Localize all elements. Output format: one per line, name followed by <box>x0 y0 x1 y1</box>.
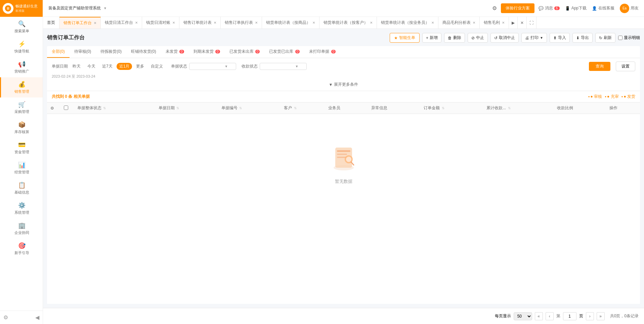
smart-create-button[interactable]: ★ 智能生单 <box>390 33 420 43</box>
prev-page-button[interactable]: ‹ <box>546 312 554 320</box>
sidebar-item-inventory[interactable]: 📦 库存核算 <box>0 118 43 138</box>
tab-gross-margin[interactable]: 商品毛利分析表 ✕ <box>438 17 480 29</box>
show-detail-toggle[interactable]: 显示明细 <box>618 35 640 41</box>
tab-cash-daily[interactable]: 钱货日清工作台 ✕ <box>101 17 142 29</box>
set-button[interactable]: 设置 <box>616 62 635 71</box>
sidebar-item-enterprise[interactable]: 🏢 企业协同 <box>0 218 43 239</box>
col-settings[interactable]: ⚙ <box>47 103 60 114</box>
print-button[interactable]: 🖨 打印 ▼ <box>521 33 547 43</box>
sidebar-item-quick-nav[interactable]: ⚡ 快捷导航 <box>0 37 43 57</box>
tab-close-sales-profit[interactable]: ✕ <box>502 21 505 25</box>
tab-close-sales-stats[interactable]: ✕ <box>214 21 216 25</box>
tabs-nav-fullscreen[interactable]: ⛶ <box>527 17 536 29</box>
sidebar-item-operations[interactable]: 📊 经营管理 <box>0 158 43 178</box>
online-service-button[interactable]: 👤 在线客服 <box>592 5 614 11</box>
filter-tab-not-printed[interactable]: 未打印单据 0 <box>304 46 340 58</box>
delete-button[interactable]: 🗑 删除 <box>444 33 465 43</box>
filter-tab-wangpu-ship[interactable]: 旺铺待发货(0) <box>126 46 161 58</box>
review-action-btn[interactable]: ● 审核 <box>588 94 602 99</box>
date-option-today[interactable]: 今天 <box>85 63 98 70</box>
filter-tab-pending-inspect[interactable]: 待拣验货(0) <box>96 46 126 58</box>
filter-tab-overdue-not-shipped[interactable]: 到期未发货 0 <box>189 46 225 58</box>
refresh-button[interactable]: ↻ 刷新 <box>595 33 615 43</box>
expand-conditions-button[interactable]: ▼ 展开更多条件 <box>329 82 358 87</box>
search-bar: 单据日期 昨天 今天 近7天 近1月 更多 自定义 单据状态 <box>47 58 640 91</box>
ship-action-btn[interactable]: ● 发货 <box>621 94 635 99</box>
date-option-yesterday[interactable]: 昨天 <box>70 63 83 70</box>
user-menu[interactable]: Ea 用友 <box>620 4 639 13</box>
tab-close-sales-exec[interactable]: ✕ <box>255 21 258 25</box>
tab-close-cash-daily[interactable]: ✕ <box>135 21 138 25</box>
collapse-icon[interactable]: ◀ <box>35 314 39 321</box>
payment-dropdown-icon: ▼ <box>295 65 298 68</box>
tab-sales-workbench[interactable]: 销售订单工作台 ✕ <box>59 17 101 29</box>
settings-gear-icon[interactable]: ⚙ <box>492 5 497 11</box>
tabs-nav-close[interactable]: ✕ <box>518 17 527 29</box>
system-dropdown[interactable]: ▼ <box>103 6 107 10</box>
tabs-nav-more[interactable]: ▶ <box>509 17 518 29</box>
settings-icon[interactable]: ⚙ <box>3 314 8 321</box>
filter-tab-pending-review[interactable]: 待审核(0) <box>70 46 96 58</box>
payment-select[interactable]: ▼ <box>260 63 307 70</box>
import-button[interactable]: ⬆ 导入 <box>550 33 570 43</box>
select-all-checkbox[interactable] <box>64 106 68 110</box>
col-checkbox[interactable] <box>60 103 74 114</box>
message-button[interactable]: 💬 消息 6 <box>539 5 560 11</box>
svg-rect-2 <box>337 150 350 152</box>
export-button[interactable]: ⬇ 导出 <box>572 33 593 43</box>
tab-sales-exec[interactable]: 销售订单执行表 ✕ <box>221 17 262 29</box>
add-button[interactable]: + 新增 <box>422 33 441 43</box>
tab-close-sales-summary-staff[interactable]: ✕ <box>431 21 434 25</box>
last-page-button[interactable]: » <box>597 312 605 320</box>
tab-close-sales-summary-client[interactable]: ✕ <box>370 21 373 25</box>
tab-close-gross-margin[interactable]: ✕ <box>473 21 475 25</box>
app-download-button[interactable]: 📱 App下载 <box>565 5 587 11</box>
tab-close-cash-reconcile[interactable]: ✕ <box>172 21 175 25</box>
page-number-input[interactable] <box>563 312 576 320</box>
industry-solution-button[interactable]: 体验行业方案 <box>501 3 534 13</box>
filter-tab-all[interactable]: 全部(0) <box>47 46 70 58</box>
sidebar-item-guide[interactable]: 🎯 新手引导 <box>0 239 43 259</box>
page-size-select[interactable]: 20 50 100 <box>514 312 532 320</box>
cancel-stop-button[interactable]: ↺ 取消中止 <box>490 33 519 43</box>
sidebar-item-finance[interactable]: 💳 资金管理 <box>0 138 43 158</box>
date-option-1month[interactable]: 近1月 <box>117 63 132 70</box>
tab-home[interactable]: 首页 <box>43 17 59 29</box>
date-option-7days[interactable]: 近7天 <box>99 63 115 70</box>
page-actions: ★ 智能生单 + 新增 🗑 删除 ⊘ 中止 <box>390 33 640 43</box>
stop-button[interactable]: ⊘ 中止 <box>468 33 488 43</box>
sort-status-icon[interactable]: ⇅ <box>103 106 106 110</box>
finance-icon: 💳 <box>18 141 26 149</box>
tab-close-sales-workbench[interactable]: ✕ <box>94 21 96 25</box>
sort-number-icon[interactable]: ⇅ <box>239 106 242 110</box>
query-button[interactable]: 查询 <box>589 62 610 71</box>
tab-sales-stats[interactable]: 销售订单统计表 ✕ <box>179 17 221 29</box>
tab-cash-reconcile[interactable]: 钱货日清对账 ✕ <box>142 17 179 29</box>
sort-collected-icon[interactable]: ⇅ <box>508 106 511 110</box>
unreview-action-btn[interactable]: ● 充审 <box>605 94 618 99</box>
tab-sales-summary-product[interactable]: 销货单统计表（按商品） ✕ <box>262 17 319 29</box>
tab-sales-summary-staff[interactable]: 销货单统计表（按业务员） ✕ <box>377 17 438 29</box>
date-option-custom[interactable]: 自定义 <box>148 63 166 70</box>
sidebar-item-marketing[interactable]: 📢 营销推广 <box>0 57 43 77</box>
filter-tab-shipped-out[interactable]: 已发货已出库 0 <box>264 46 304 58</box>
sidebar-item-system[interactable]: ⚙️ 系统管理 <box>0 198 43 218</box>
marketing-icon: 📢 <box>18 60 26 68</box>
sidebar-item-purchase[interactable]: 🛒 采购管理 <box>0 97 43 118</box>
sort-amount-icon[interactable]: ⇅ <box>442 106 444 110</box>
tab-sales-profit[interactable]: 销售毛利 ✕ <box>480 17 509 29</box>
sidebar-item-base-info[interactable]: 📋 基础信息 <box>0 178 43 198</box>
filter-tab-not-shipped[interactable]: 未发货 0 <box>161 46 189 58</box>
status-select[interactable]: ▼ <box>189 63 236 70</box>
first-page-button[interactable]: « <box>535 312 543 320</box>
sidebar-item-sales[interactable]: 💰 销售管理 <box>0 77 43 97</box>
tab-close-sales-summary-product[interactable]: ✕ <box>312 21 315 25</box>
sidebar-item-search[interactable]: 🔍 搜索菜单 <box>0 17 43 37</box>
next-page-button[interactable]: › <box>586 312 594 320</box>
show-detail-checkbox[interactable] <box>618 36 622 40</box>
sort-date-icon[interactable]: ⇅ <box>176 106 179 110</box>
tab-sales-summary-client[interactable]: 销货单统计表（按客户） ✕ <box>319 17 377 29</box>
sort-client-icon[interactable]: ⇅ <box>294 106 297 110</box>
filter-tab-shipped-not-out[interactable]: 已发货未出库 0 <box>225 46 265 58</box>
date-option-more[interactable]: 更多 <box>133 63 147 70</box>
